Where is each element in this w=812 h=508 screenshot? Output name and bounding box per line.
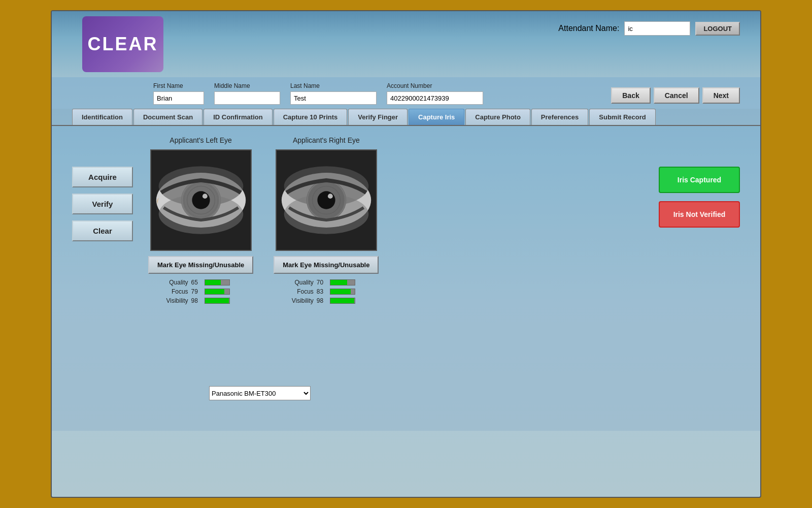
- right-eye-title: Applicant's Right Eye: [293, 136, 360, 144]
- tabs-area: Identification Document Scan ID Confirma…: [52, 109, 760, 126]
- right-visibility-row: Visibility 98: [286, 297, 367, 304]
- attendant-input[interactable]: [624, 21, 690, 36]
- right-visibility-label: Visibility: [286, 297, 314, 304]
- left-buttons: Acquire Verify Clear: [72, 136, 133, 421]
- tab-verify-finger[interactable]: Verify Finger: [348, 109, 408, 125]
- tab-submit-record[interactable]: Submit Record: [589, 109, 655, 125]
- first-name-field: First Name: [153, 82, 204, 105]
- last-name-field: Last Name: [290, 82, 377, 105]
- cancel-button[interactable]: Cancel: [654, 87, 699, 104]
- right-eye-image: [276, 149, 377, 251]
- svg-point-19: [328, 194, 333, 199]
- tab-capture-photo[interactable]: Capture Photo: [465, 109, 530, 125]
- right-eye-svg: [277, 149, 376, 251]
- acquire-button[interactable]: Acquire: [72, 167, 133, 187]
- left-visibility-bar-fill: [205, 298, 229, 303]
- svg-point-9: [202, 194, 208, 199]
- left-focus-row: Focus 79: [160, 288, 242, 295]
- left-eye-image: [150, 149, 252, 251]
- right-visibility-bar-fill: [330, 298, 354, 303]
- left-focus-bar-bg: [205, 289, 230, 295]
- middle-name-input[interactable]: [214, 91, 280, 105]
- eyes-container: Applicant's Left Eye: [148, 136, 644, 421]
- right-quality-label: Quality: [286, 279, 314, 286]
- main-content: Acquire Verify Clear Applicant's Left Ey…: [52, 126, 760, 431]
- device-dropdown-area: Panasonic BM-ET300: [209, 386, 311, 400]
- form-area: First Name Middle Name Last Name Account…: [52, 77, 760, 109]
- attendant-label: Attendant Name:: [558, 24, 619, 33]
- attendant-area: Attendant Name: LOGOUT: [558, 21, 740, 36]
- left-focus-label: Focus: [160, 288, 188, 295]
- right-quality-bar-bg: [330, 279, 355, 285]
- tab-capture-10-prints[interactable]: Capture 10 Prints: [274, 109, 348, 125]
- tab-capture-iris[interactable]: Capture Iris: [409, 109, 464, 125]
- right-focus-label: Focus: [286, 288, 314, 295]
- left-eye-svg: [151, 149, 251, 251]
- left-quality-bar-bg: [205, 279, 230, 285]
- back-button[interactable]: Back: [611, 87, 650, 104]
- iris-not-verified-badge[interactable]: Iris Not Verified: [659, 201, 740, 228]
- svg-point-8: [192, 191, 210, 209]
- logo-text: CLEAR: [88, 34, 158, 55]
- middle-name-label: Middle Name: [214, 82, 280, 89]
- left-quality-label: Quality: [160, 279, 188, 286]
- device-select[interactable]: Panasonic BM-ET300: [209, 386, 311, 400]
- iris-captured-badge[interactable]: Iris Captured: [659, 167, 740, 193]
- left-focus-bar-fill: [205, 289, 224, 294]
- tab-identification[interactable]: Identification: [72, 109, 132, 125]
- header: CLEAR Attendant Name: LOGOUT: [52, 11, 760, 77]
- right-eye-section: Applicant's Right Eye: [274, 136, 379, 421]
- next-button[interactable]: Next: [702, 87, 740, 104]
- right-focus-bar-fill: [330, 289, 351, 294]
- left-quality-value: 65: [191, 279, 201, 286]
- left-visibility-bar-bg: [205, 298, 230, 304]
- nav-buttons: Back Cancel Next: [611, 87, 740, 105]
- left-eye-quality: Quality 65 Focus 79 Visibi: [160, 279, 242, 304]
- left-quality-bar-fill: [205, 280, 221, 285]
- left-eye-title: Applicant's Left Eye: [170, 136, 232, 144]
- right-focus-row: Focus 83: [286, 288, 367, 295]
- tab-id-confirmation[interactable]: ID Confirmation: [204, 109, 273, 125]
- mark-left-eye-button[interactable]: Mark Eye Missing/Unusable: [148, 256, 253, 274]
- right-quality-value: 70: [317, 279, 327, 286]
- left-visibility-label: Visibility: [160, 297, 188, 304]
- first-name-label: First Name: [153, 82, 204, 89]
- tab-preferences[interactable]: Preferences: [531, 109, 588, 125]
- middle-name-field: Middle Name: [214, 82, 280, 105]
- left-visibility-row: Visibility 98: [160, 297, 242, 304]
- account-number-field: Account Number: [387, 82, 483, 105]
- left-visibility-value: 98: [191, 297, 201, 304]
- first-name-input[interactable]: [153, 91, 204, 105]
- left-quality-row: Quality 65: [160, 279, 242, 286]
- right-quality-row: Quality 70: [286, 279, 367, 286]
- left-eye-section: Applicant's Left Eye: [148, 136, 253, 421]
- right-visibility-bar-bg: [330, 298, 355, 304]
- verify-button[interactable]: Verify: [72, 194, 133, 214]
- status-badges: Iris Captured Iris Not Verified: [659, 136, 740, 421]
- account-number-input[interactable]: [387, 91, 483, 105]
- mark-right-eye-button[interactable]: Mark Eye Missing/Unusable: [274, 256, 379, 274]
- account-number-label: Account Number: [387, 82, 483, 89]
- right-quality-bar-fill: [330, 280, 348, 285]
- right-visibility-value: 98: [317, 297, 327, 304]
- logout-button[interactable]: LOGOUT: [695, 22, 740, 36]
- tab-document-scan[interactable]: Document Scan: [133, 109, 202, 125]
- clear-button[interactable]: Clear: [72, 220, 133, 241]
- last-name-label: Last Name: [290, 82, 377, 89]
- logo-area: CLEAR: [82, 16, 163, 72]
- last-name-input[interactable]: [290, 91, 377, 105]
- right-focus-bar-bg: [330, 289, 355, 295]
- svg-point-18: [317, 191, 335, 209]
- right-focus-value: 83: [317, 288, 327, 295]
- right-eye-quality: Quality 70 Focus 83 Visibi: [286, 279, 367, 304]
- left-focus-value: 79: [191, 288, 201, 295]
